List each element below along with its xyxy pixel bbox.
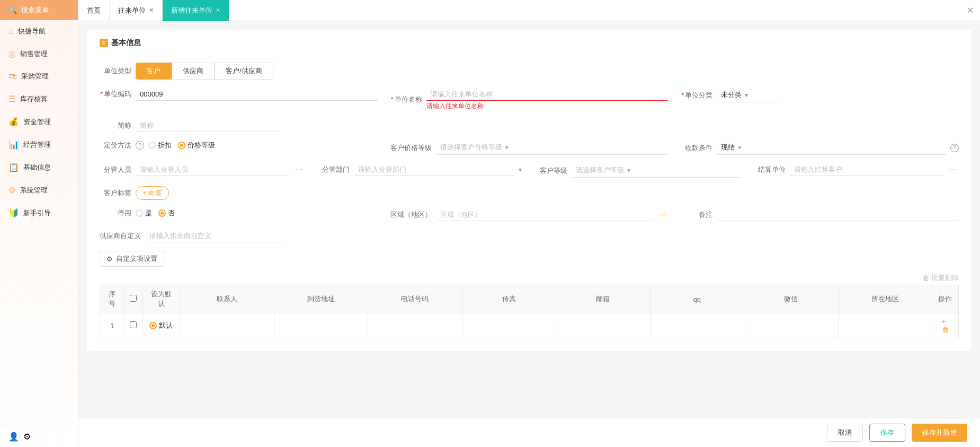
- add-row-btn-0[interactable]: +: [942, 318, 946, 326]
- qq-input-0[interactable]: [656, 322, 739, 330]
- email-input-0[interactable]: [562, 322, 644, 330]
- region-input[interactable]: [436, 208, 653, 221]
- delete-row-btn-0[interactable]: 🗑: [942, 326, 949, 334]
- table-header-col-2: 设为默认: [142, 285, 180, 313]
- customer-price-level-placeholder: 请选择客户价格等级: [440, 143, 502, 152]
- remark-input[interactable]: [717, 208, 959, 221]
- customer-price-level-label: 客户价格等级: [390, 143, 432, 153]
- sidebar-item-basic-info[interactable]: 📋基础信息: [0, 156, 78, 179]
- basic-info-icon: 📋: [8, 162, 19, 172]
- custom-settings-button[interactable]: ⚙ 自定义项设置: [100, 251, 164, 267]
- manager-input[interactable]: [136, 163, 289, 176]
- short-name-label: 简称: [100, 121, 131, 130]
- type-btn-both[interactable]: 客户/供应商: [215, 63, 273, 80]
- sidebar-item-guide[interactable]: 🔰新手引导: [0, 201, 78, 224]
- row-email-0[interactable]: [556, 313, 650, 338]
- pricing-radio-group: 折扣 价格等级: [148, 141, 215, 150]
- sidebar-search[interactable]: 🔍 搜索菜单: [0, 0, 78, 20]
- supplier-custom-input[interactable]: [145, 230, 283, 242]
- pricing-price-level-label: 价格等级: [188, 141, 215, 150]
- sidebar-item-operations[interactable]: 📊经营管理: [0, 133, 78, 156]
- sidebar-item-quick-nav[interactable]: ⌂快捷导航: [0, 20, 78, 42]
- sidebar-item-system[interactable]: ⚙系统管理: [0, 179, 78, 201]
- tab-close-new-trading-unit[interactable]: ✕: [216, 7, 220, 14]
- region-input-0[interactable]: [844, 322, 926, 330]
- tab-close-trading-units[interactable]: ✕: [149, 7, 154, 14]
- system-icon: ⚙: [8, 185, 16, 195]
- sidebar-label-basic-info: 基础信息: [23, 163, 51, 172]
- pricing-row: 定价方法 ? 折扣 价格等级 客户价格等级: [100, 141, 959, 155]
- tab-home[interactable]: 首页: [78, 0, 110, 21]
- unit-category-value: 未分类: [721, 90, 742, 100]
- sidebar-item-finance[interactable]: 💰资金管理: [0, 110, 78, 133]
- row-action-0[interactable]: + 🗑: [932, 313, 958, 338]
- sidebar-item-purchase[interactable]: 🛍采购管理: [0, 65, 78, 87]
- add-tag-button[interactable]: + 标签: [136, 186, 169, 200]
- chevron-down-icon3: ▼: [737, 145, 742, 151]
- disabled-no[interactable]: 否: [158, 208, 175, 218]
- unit-name-input[interactable]: [426, 88, 669, 101]
- chevron-down-icon: ▼: [744, 92, 749, 98]
- pricing-radio-price-level[interactable]: 价格等级: [178, 141, 215, 150]
- unit-code-field: 单位编码: [100, 88, 378, 101]
- cancel-button[interactable]: 取消: [827, 424, 863, 442]
- wechat-input-0[interactable]: [750, 322, 832, 330]
- supplier-custom-row: 供应商自定义: [100, 230, 959, 242]
- settlement-unit-more-button[interactable]: ···: [948, 165, 959, 174]
- select-all-checkbox[interactable]: [130, 295, 137, 302]
- row-phone-0[interactable]: [368, 313, 462, 338]
- table-header-col-4: 到货地址: [274, 285, 368, 313]
- row-qq-0[interactable]: [650, 313, 744, 338]
- sidebar-item-inventory[interactable]: ☰库存核算: [0, 87, 78, 110]
- disabled-yes[interactable]: 是: [136, 208, 152, 218]
- unit-category-field: 单位分类 未分类 ▼: [681, 88, 959, 102]
- unit-code-input[interactable]: [136, 88, 378, 101]
- pricing-radio-discount[interactable]: 折扣: [148, 141, 172, 150]
- settlement-unit-input[interactable]: [790, 163, 943, 176]
- tabbar-close-button[interactable]: ✕: [967, 5, 974, 15]
- phone-input-0[interactable]: [373, 322, 456, 330]
- batch-delete-label[interactable]: 批量删除: [931, 273, 959, 283]
- type-btn-customer[interactable]: 客户: [136, 63, 172, 80]
- short-name-input[interactable]: [136, 119, 280, 132]
- tab-trading-units[interactable]: 往来单位✕: [110, 0, 163, 21]
- tab-label-new-trading-unit: 新增往来单位: [171, 6, 212, 15]
- operations-icon: 📊: [8, 139, 19, 150]
- row-default-0[interactable]: 默认: [142, 313, 180, 338]
- table-header-col-8: qq: [650, 285, 744, 313]
- sidebar-item-sales[interactable]: ◎销售管理: [0, 42, 78, 65]
- unit-type-field: 单位类型 客户供应商客户/供应商: [100, 63, 959, 80]
- customer-price-level-select[interactable]: 请选择客户价格等级 ▼: [436, 141, 669, 155]
- row-region-0[interactable]: [838, 313, 932, 338]
- save-button[interactable]: 保存: [869, 424, 905, 442]
- payment-terms-select[interactable]: 现结 ▼: [717, 141, 946, 155]
- row-select-checkbox-0[interactable]: [130, 321, 137, 328]
- region-more-button[interactable]: ···: [657, 210, 668, 220]
- customer-level-select[interactable]: 请选择客户等级 ▼: [572, 163, 741, 178]
- save-and-new-button[interactable]: 保存并新增: [912, 424, 967, 442]
- page-footer: 取消 保存 保存并新增: [78, 418, 980, 447]
- row-fax-0[interactable]: [462, 313, 556, 338]
- fax-input-0[interactable]: [468, 322, 550, 330]
- type-btn-supplier[interactable]: 供应商: [172, 63, 215, 80]
- contact-input-0[interactable]: [185, 322, 268, 330]
- row-address-0[interactable]: [274, 313, 368, 338]
- tab-new-trading-unit[interactable]: 新增往来单位✕: [163, 0, 229, 21]
- row-checkbox-0[interactable]: [124, 313, 142, 338]
- unit-category-select[interactable]: 未分类 ▼: [717, 88, 780, 102]
- supplier-custom-field: 供应商自定义: [100, 230, 959, 242]
- payment-terms-help-icon[interactable]: ?: [950, 144, 959, 152]
- batch-delete-icon: 🗑: [922, 274, 929, 282]
- row-contact-0[interactable]: [180, 313, 274, 338]
- payment-terms-field: 收款条件 现结 ▼ ?: [681, 141, 959, 155]
- sales-icon: ◎: [8, 49, 16, 59]
- customer-level-label: 客户等级: [536, 166, 567, 176]
- pricing-help-icon[interactable]: ?: [136, 141, 144, 150]
- default-radio-0[interactable]: [149, 322, 157, 329]
- address-input-0[interactable]: [280, 322, 362, 330]
- customer-level-placeholder: 请选择客户等级: [576, 165, 624, 175]
- pricing-discount-circle: [148, 142, 156, 149]
- row-wechat-0[interactable]: [744, 313, 838, 338]
- department-input[interactable]: [354, 163, 514, 176]
- manager-more-button[interactable]: ···: [293, 165, 305, 174]
